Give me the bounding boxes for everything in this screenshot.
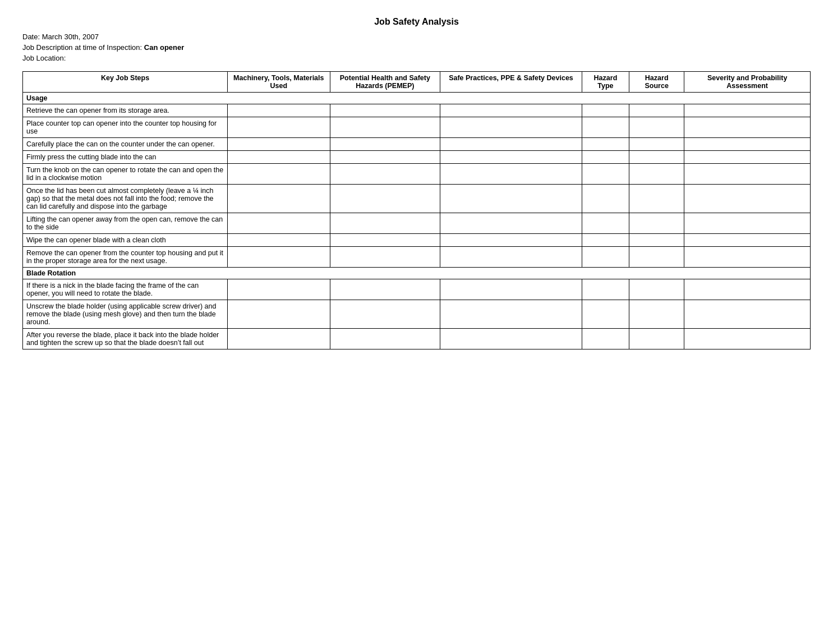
severity-cell: [684, 104, 811, 117]
section-header: Usage: [23, 93, 811, 104]
type-cell: [582, 164, 629, 185]
health-cell: [330, 151, 440, 164]
meta-description: Job Description at time of Inspection: C…: [22, 43, 811, 52]
table-row: Turn the knob on the can opener to rotat…: [23, 164, 811, 185]
safe-cell: [440, 117, 582, 138]
machinery-cell: [228, 279, 330, 300]
type-cell: [582, 138, 629, 151]
key-job-step: Remove the can opener from the counter t…: [23, 247, 228, 268]
type-cell: [582, 279, 629, 300]
safe-cell: [440, 164, 582, 185]
type-cell: [582, 300, 629, 329]
source-cell: [629, 234, 684, 247]
source-cell: [629, 164, 684, 185]
severity-cell: [684, 164, 811, 185]
header-safe-practices: Safe Practices, PPE & Safety Devices: [440, 72, 582, 93]
severity-cell: [684, 138, 811, 151]
type-cell: [582, 247, 629, 268]
key-job-step: Place counter top can opener into the co…: [23, 117, 228, 138]
health-cell: [330, 329, 440, 349]
table-row: Once the lid has been cut almost complet…: [23, 185, 811, 213]
source-cell: [629, 279, 684, 300]
source-cell: [629, 247, 684, 268]
type-cell: [582, 185, 629, 213]
safe-cell: [440, 185, 582, 213]
table-row: Retrieve the can opener from its storage…: [23, 104, 811, 117]
severity-cell: [684, 117, 811, 138]
source-cell: [629, 104, 684, 117]
key-job-step: Wipe the can opener blade with a clean c…: [23, 234, 228, 247]
health-cell: [330, 138, 440, 151]
table-row: If there is a nick in the blade facing t…: [23, 279, 811, 300]
health-cell: [330, 164, 440, 185]
machinery-cell: [228, 213, 330, 234]
health-cell: [330, 247, 440, 268]
machinery-cell: [228, 185, 330, 213]
machinery-cell: [228, 164, 330, 185]
table-row: Firmly press the cutting blade into the …: [23, 151, 811, 164]
meta-location: Job Location:: [22, 54, 811, 62]
source-cell: [629, 329, 684, 349]
safe-cell: [440, 329, 582, 349]
safe-cell: [440, 138, 582, 151]
header-health: Potential Health and Safety Hazards (PEM…: [330, 72, 440, 93]
section-header: Blade Rotation: [23, 268, 811, 279]
type-cell: [582, 213, 629, 234]
severity-cell: [684, 185, 811, 213]
severity-cell: [684, 300, 811, 329]
safe-cell: [440, 279, 582, 300]
table-row: After you reverse the blade, place it ba…: [23, 329, 811, 349]
health-cell: [330, 279, 440, 300]
source-cell: [629, 138, 684, 151]
source-cell: [629, 117, 684, 138]
header-machinery: Machinery, Tools, Materials Used: [228, 72, 330, 93]
safe-cell: [440, 213, 582, 234]
header-hazard-source: Hazard Source: [629, 72, 684, 93]
meta-date: Date: March 30th, 2007: [22, 33, 811, 41]
key-job-step: After you reverse the blade, place it ba…: [23, 329, 228, 349]
source-cell: [629, 213, 684, 234]
machinery-cell: [228, 138, 330, 151]
type-cell: [582, 151, 629, 164]
safe-cell: [440, 234, 582, 247]
severity-cell: [684, 151, 811, 164]
health-cell: [330, 213, 440, 234]
key-job-step: Once the lid has been cut almost complet…: [23, 185, 228, 213]
header-hazard-type: Hazard Type: [582, 72, 629, 93]
type-cell: [582, 234, 629, 247]
key-job-step: Lifting the can opener away from the ope…: [23, 213, 228, 234]
header-key-job-steps: Key Job Steps: [23, 72, 228, 93]
safe-cell: [440, 247, 582, 268]
safe-cell: [440, 300, 582, 329]
table-row: Wipe the can opener blade with a clean c…: [23, 234, 811, 247]
table-row: Remove the can opener from the counter t…: [23, 247, 811, 268]
table-row: Unscrew the blade holder (using applicab…: [23, 300, 811, 329]
machinery-cell: [228, 329, 330, 349]
source-cell: [629, 151, 684, 164]
machinery-cell: [228, 104, 330, 117]
table-row: Place counter top can opener into the co…: [23, 117, 811, 138]
page-title: Job Safety Analysis: [22, 17, 811, 27]
source-cell: [629, 300, 684, 329]
severity-cell: [684, 247, 811, 268]
machinery-cell: [228, 247, 330, 268]
key-job-step: Turn the knob on the can opener to rotat…: [23, 164, 228, 185]
machinery-cell: [228, 117, 330, 138]
machinery-cell: [228, 300, 330, 329]
machinery-cell: [228, 151, 330, 164]
severity-cell: [684, 279, 811, 300]
header-severity: Severity and Probability Assessment: [684, 72, 811, 93]
jsa-table-container: Key Job Steps Machinery, Tools, Material…: [22, 71, 811, 349]
key-job-step: Retrieve the can opener from its storage…: [23, 104, 228, 117]
severity-cell: [684, 213, 811, 234]
key-job-step: Carefully place the can on the counter u…: [23, 138, 228, 151]
severity-cell: [684, 234, 811, 247]
health-cell: [330, 234, 440, 247]
key-job-step: If there is a nick in the blade facing t…: [23, 279, 228, 300]
table-row: Carefully place the can on the counter u…: [23, 138, 811, 151]
health-cell: [330, 117, 440, 138]
safe-cell: [440, 151, 582, 164]
severity-cell: [684, 329, 811, 349]
table-row: Lifting the can opener away from the ope…: [23, 213, 811, 234]
source-cell: [629, 185, 684, 213]
